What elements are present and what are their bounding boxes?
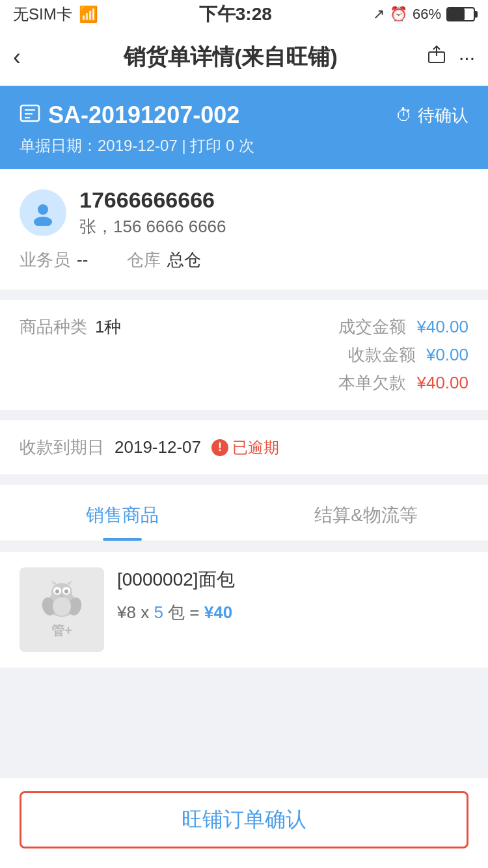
product-item: 管+ [0000002]面包 ¥8 x 5 包 = ¥40 — [20, 567, 468, 652]
status-time: 下午3:28 — [199, 2, 272, 27]
svg-point-6 — [38, 204, 48, 215]
battery-percent: 66% — [413, 6, 441, 23]
nav-bar: ‹ 销货单详情(来自旺铺) ··· — [0, 29, 488, 86]
tabs-section: 销售商品 结算&物流等 — [0, 485, 488, 541]
bottom-bar: 旺铺订单确认 — [0, 778, 488, 868]
product-thumbnail: 管+ — [20, 567, 104, 652]
battery-icon — [446, 7, 475, 21]
product-info: [0000002]面包 ¥8 x 5 包 = ¥40 — [117, 567, 468, 624]
order-date: 单据日期：2019-12-07 | 打印 0 次 — [20, 135, 468, 156]
alarm-icon: ⏰ — [390, 6, 407, 23]
wifi-icon: 📶 — [79, 5, 98, 23]
order-header-card: SA-20191207-002 ⏱ 待确认 单据日期：2019-12-07 | … — [0, 86, 488, 169]
tab-settlement-logistics[interactable]: 结算&物流等 — [244, 485, 488, 541]
customer-phone: 17666666666 — [79, 187, 226, 213]
amounts-detail: 成交金额 ¥40.00 收款金额 ¥0.00 本单欠款 ¥40.00 — [338, 316, 468, 394]
debt-amount: 本单欠款 ¥40.00 — [338, 372, 468, 394]
nav-actions: ··· — [427, 46, 475, 68]
customer-section: 17666666666 张，156 6666 6666 业务员 -- 仓库 总仓 — [0, 169, 488, 290]
product-types: 商品种类 1种 — [20, 316, 121, 338]
deal-amount: 成交金额 ¥40.00 — [338, 316, 468, 338]
clock-icon: ⏱ — [396, 105, 413, 126]
share-button[interactable] — [427, 46, 446, 68]
svg-marker-16 — [67, 580, 72, 585]
back-button[interactable]: ‹ — [13, 37, 34, 77]
product-section: 管+ [0000002]面包 ¥8 x 5 包 = ¥40 — [0, 552, 488, 668]
receipt-amount: 收款金额 ¥0.00 — [348, 344, 468, 366]
amounts-section: 商品种类 1种 成交金额 ¥40.00 收款金额 ¥0.00 本单欠款 ¥40.… — [0, 300, 488, 410]
svg-point-7 — [34, 217, 52, 226]
warehouse-item: 仓库 总仓 — [127, 249, 201, 271]
tab-sales-products[interactable]: 销售商品 — [0, 485, 244, 541]
status-carrier: 无SIM卡 📶 — [13, 4, 98, 25]
order-status: ⏱ 待确认 — [396, 104, 468, 127]
confirm-order-button[interactable]: 旺铺订单确认 — [20, 791, 468, 848]
overdue-icon: ! — [211, 439, 228, 456]
product-price: ¥8 x 5 包 = ¥40 — [117, 601, 468, 624]
tabs-row: 销售商品 结算&物流等 — [0, 485, 488, 541]
status-right: ↗ ⏰ 66% — [373, 6, 475, 23]
order-icon — [20, 104, 40, 127]
salesperson-item: 业务员 -- — [20, 249, 88, 271]
avatar — [20, 189, 66, 236]
status-bar: 无SIM卡 📶 下午3:28 ↗ ⏰ 66% — [0, 0, 488, 29]
svg-marker-15 — [51, 580, 57, 585]
product-name: [0000002]面包 — [117, 567, 468, 592]
due-section: 收款到期日 2019-12-07 ! 已逾期 — [0, 420, 488, 474]
overdue-badge: ! 已逾期 — [211, 437, 279, 458]
page-title: 销货单详情(来自旺铺) — [34, 42, 427, 72]
svg-point-13 — [64, 590, 68, 593]
svg-point-12 — [55, 590, 59, 593]
more-button[interactable]: ··· — [459, 46, 475, 68]
svg-point-19 — [53, 597, 71, 616]
location-icon: ↗ — [373, 6, 385, 23]
order-id: SA-20191207-002 — [20, 102, 239, 129]
customer-alt: 张，156 6666 6666 — [79, 215, 226, 238]
